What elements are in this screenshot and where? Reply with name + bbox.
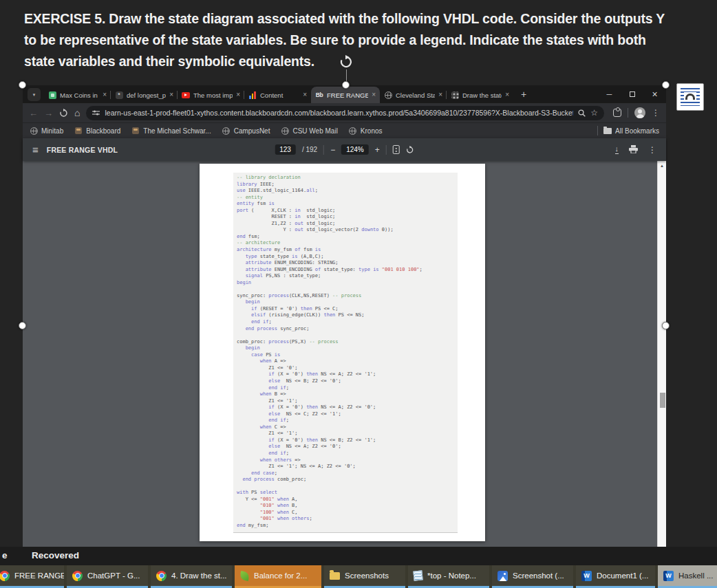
tab-close-icon[interactable]: × <box>505 91 509 98</box>
zoom-magnifier-icon[interactable] <box>578 109 586 117</box>
bookmark-item[interactable]: CampusNet <box>222 127 270 135</box>
zoom-in-button[interactable]: + <box>375 145 380 155</box>
scrollbar-thumb[interactable] <box>660 393 665 408</box>
folder-icon <box>330 572 340 580</box>
layout-options-button[interactable] <box>676 83 704 111</box>
browser-tab[interactable]: The most important cou× <box>178 87 244 103</box>
selection-handle-left-middle[interactable] <box>19 322 26 329</box>
bookmark-item[interactable]: CSU Web Mail <box>281 127 337 135</box>
code-line: port ( X,CLK : in std_logic; <box>237 208 454 215</box>
bookmarks-bar: MinitabBlackboardThe Michael Schwar...Ca… <box>23 122 666 138</box>
tab-close-icon[interactable]: × <box>303 91 307 98</box>
code-line: if (X = '0') then NS <= A; Z2 <= '1'; <box>237 371 454 378</box>
taskbar-item[interactable]: WHaskell ... <box>658 565 717 588</box>
browser-tab[interactable]: Draw the state diagram a× <box>447 87 513 103</box>
address-bar[interactable]: learn-us-east-1-prod-fleet01-xythos.cont… <box>86 106 604 120</box>
page-number-input[interactable]: 123 <box>275 144 296 155</box>
status-strip: e Recovered <box>0 547 717 565</box>
new-tab-button[interactable]: + <box>516 87 531 102</box>
code-line: else NS <= A; Z2 <= '0'; <box>237 444 454 450</box>
close-button[interactable]: × <box>643 85 666 103</box>
code-line: -- library declaration <box>237 175 454 182</box>
pdf-toolbar: ≡ FREE RANGE VHDL 123 / 192 − 124% + ↓ <box>23 138 666 161</box>
site-info-icon[interactable] <box>92 109 100 116</box>
browser-tab[interactable]: *def longest_palindromic_× <box>111 87 178 103</box>
browser-menu-icon[interactable]: ⋮ <box>652 108 660 118</box>
scroll-up-icon[interactable]: ▲ <box>658 161 666 170</box>
all-bookmarks-button[interactable]: All Bookmarks <box>603 127 659 135</box>
browser-tab[interactable]: Content× <box>244 87 311 103</box>
taskbar-item-label: Screenshots <box>345 571 389 580</box>
zoom-out-button[interactable]: − <box>330 145 335 155</box>
selection-handle-top-right[interactable] <box>662 81 670 89</box>
taskbar-item[interactable]: Screenshot (... <box>492 565 573 588</box>
tab-label: def longest_palindromic_ <box>127 91 166 99</box>
minimize-button[interactable]: ─ <box>598 85 621 103</box>
tab-close-icon[interactable]: × <box>103 91 107 98</box>
code-line: end case; <box>237 470 454 477</box>
status-recovered-text: Recovered <box>32 550 79 560</box>
tab-label: Draw the state diagram a <box>462 91 502 99</box>
grid-dark-icon <box>451 91 459 99</box>
selection-handle-top-left[interactable] <box>19 81 26 89</box>
forward-icon[interactable]: → <box>44 108 53 118</box>
pdf-scrollbar[interactable]: ▲ <box>657 161 666 547</box>
tab-close-icon[interactable]: × <box>169 91 173 98</box>
url-text[interactable]: learn-us-east-1-prod-fleet01-xythos.cont… <box>105 109 573 117</box>
rotate-handle-icon[interactable] <box>339 54 354 69</box>
home-icon[interactable]: ⌂ <box>74 107 80 118</box>
bookmark-label: The Michael Schwar... <box>143 127 211 135</box>
restore-button[interactable] <box>621 85 643 103</box>
bookmark-item[interactable]: Kronos <box>349 127 383 135</box>
code-line: else NS <= B; Z2 <= '0'; <box>237 378 454 385</box>
globe-favicon <box>222 127 231 135</box>
pdf-menu-icon[interactable]: ≡ <box>32 144 39 155</box>
pdf-viewport: -- library declarationlibrary IEEE;use I… <box>23 161 666 547</box>
extensions-icon[interactable] <box>613 109 621 117</box>
selection-handle-right-middle[interactable] <box>662 322 670 329</box>
taskbar-item[interactable]: WDocument1 (... <box>576 565 655 588</box>
tab-label: Content <box>260 91 299 99</box>
layout-options-icon <box>681 88 700 106</box>
taskbar-item[interactable]: Screenshots <box>324 565 405 588</box>
profile-avatar[interactable] <box>634 107 645 118</box>
taskbar-item-label: *top - Notep... <box>427 571 476 580</box>
code-line: "001" when others; <box>237 516 454 523</box>
bookmark-item[interactable]: Blackboard <box>74 127 120 135</box>
back-icon[interactable]: ← <box>29 108 38 118</box>
navigation-bar: ← → ⌂ learn-us-east-1-prod-fleet01-xytho… <box>23 103 666 122</box>
print-icon[interactable] <box>629 144 638 156</box>
browser-tab[interactable]: Max Coins in Piles× <box>44 87 111 103</box>
bookmark-label: Minitab <box>41 127 63 135</box>
code-dark-icon: * <box>116 91 123 99</box>
download-icon[interactable]: ↓ <box>615 145 619 154</box>
bookmark-star-icon[interactable]: ☆ <box>590 108 598 118</box>
taskbar-item[interactable]: *top - Notep... <box>408 565 489 588</box>
word-icon: W <box>581 571 592 581</box>
browser-tab[interactable]: Cleveland State Universi× <box>380 87 447 103</box>
reload-icon[interactable] <box>59 109 68 118</box>
taskbar-item[interactable]: ChatGPT - G... <box>67 565 148 588</box>
code-line: RESET : in std_logic; <box>237 214 454 221</box>
site-orange-icon <box>75 127 82 134</box>
tab-search-button[interactable]: ▼ <box>28 88 41 101</box>
code-line: begin <box>237 345 454 352</box>
folder-icon <box>603 128 612 134</box>
site-orange-icon <box>132 127 139 134</box>
taskbar-item[interactable]: 4. Draw the st... <box>151 565 232 588</box>
zoom-level-input[interactable]: 124% <box>341 144 369 155</box>
taskbar-item[interactable]: FREE RANGE ... <box>0 565 64 588</box>
taskbar-item[interactable]: Balance for 2... <box>235 565 321 588</box>
pdf-more-icon[interactable]: ⋮ <box>648 145 656 155</box>
rotate-page-icon[interactable] <box>406 146 414 154</box>
tab-close-icon[interactable]: × <box>236 91 240 98</box>
bookmark-item[interactable]: Minitab <box>30 127 63 135</box>
code-line: end if; <box>237 319 454 326</box>
fit-page-icon[interactable] <box>393 145 400 154</box>
tab-close-icon[interactable]: × <box>372 91 376 98</box>
bookmark-item[interactable]: The Michael Schwar... <box>131 127 211 135</box>
code-line: end fsm; <box>237 234 454 241</box>
tab-close-icon[interactable]: × <box>438 91 442 98</box>
browser-tab[interactable]: BbFREE RANGE VHDL× <box>311 87 380 103</box>
selection-handle-top-center[interactable] <box>342 81 350 89</box>
